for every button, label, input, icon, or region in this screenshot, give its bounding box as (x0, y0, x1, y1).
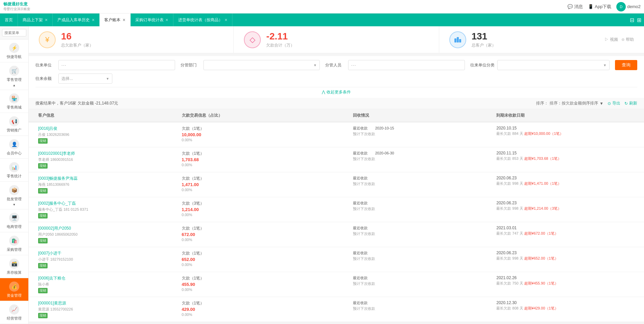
tab-product-listing[interactable]: 商品上下架 × (18, 13, 53, 26)
app-download-btn[interactable]: 📱 App下载 (588, 4, 611, 10)
sidebar-item-batch-mgmt[interactable]: 📦 批发管理 ▼ (0, 182, 28, 209)
filter-partner: 往来单位 ··· (35, 60, 175, 70)
customer-name-link[interactable]: [0016]吕俊 (38, 126, 176, 131)
sidebar-item-retail-stats[interactable]: 📊 零售统计 (0, 159, 28, 182)
tab-close-icon[interactable]: × (45, 18, 48, 22)
tab-inventory-history[interactable]: 产成品入库单历史 × (53, 13, 100, 26)
refresh-button[interactable]: ↻ 刷新 (624, 100, 637, 106)
customer-phone: 黄思源 13552700226 (38, 307, 176, 312)
recent-collect: 最近收款 2020-06-30 (353, 151, 491, 156)
filter-partner-label: 往来单位 (35, 62, 56, 68)
tab-close-icon[interactable]: × (225, 18, 227, 22)
search-input[interactable] (2, 29, 26, 36)
overdue-link[interactable]: 超期¥429.00（1笔） (524, 306, 558, 310)
tab-purchase-stats[interactable]: 采购订单统计表 × (131, 13, 173, 26)
customer-name-link[interactable]: [0003]畅捷服务尹海蕊 (38, 176, 176, 181)
overdue-link[interactable]: 超期¥1,703.68（1笔） (524, 156, 561, 160)
overdue-info: 最长欠款 998 天 超期¥1,471.00（1笔） (496, 181, 635, 186)
customer-phone: 李老师 18600391516 (38, 157, 176, 162)
sidebar-item-marketing[interactable]: 📢 营销推广 (0, 113, 28, 136)
customer-name-link[interactable]: [0007]小进千 (38, 251, 176, 256)
collapse-filters-btn[interactable]: ⋀ 收起更多条件 (35, 87, 637, 98)
filter-category-input[interactable]: ▼ (497, 60, 610, 70)
maximize-icon[interactable]: ⊞ (637, 17, 641, 23)
next-collect: 预计下次收款 (353, 181, 491, 186)
overdue-link[interactable]: 超期¥10,000.00（1笔） (524, 131, 563, 136)
sidebar-item-purchase[interactable]: 🛍️ 采购管理 (0, 232, 28, 255)
sort-dropdown[interactable]: 排序： 排序：按欠款金额倒序排序 ▼ (536, 100, 604, 106)
collection-cell: 最近收款 预计下次收款 (350, 275, 494, 286)
due-date: 2020.06.23 (496, 251, 635, 255)
customer-name-link[interactable]: [000002]用户2050 (38, 226, 176, 231)
tab-customer-account[interactable]: 客户账本 × (100, 13, 130, 26)
tab-close-icon[interactable]: × (166, 18, 168, 22)
debt-customers-number: 16 (61, 31, 93, 42)
debt-amount[interactable]: 10,000.00 (182, 132, 347, 137)
debt-amount[interactable]: 672.00 (182, 232, 347, 237)
sidebar-item-operation[interactable]: 📈 经营管理 (0, 301, 28, 324)
tab-home[interactable]: 首页 (0, 13, 18, 26)
search-button[interactable]: 查询 (615, 60, 637, 70)
svg-rect-2 (459, 39, 461, 42)
sidebar-marketing-label: 营销推广 (7, 128, 22, 133)
customer-info-cell: [0001020001]李老师 李老师 18600391516 现销 (35, 151, 179, 169)
tab-close-icon[interactable]: × (92, 18, 94, 22)
member-icon: 👤 (9, 139, 19, 149)
customer-name-link[interactable]: [0002]服务中心_丁磊 (38, 201, 176, 206)
overdue-link[interactable]: 超期¥1,214.00（3笔） (524, 206, 561, 210)
overdue-link[interactable]: 超期¥672.00（1笔） (524, 231, 558, 235)
minimize-icon[interactable]: ⊟ (630, 17, 634, 23)
overdue-link[interactable]: 超期¥652.00（1笔） (524, 256, 558, 260)
filter-person-input[interactable]: ··· (348, 60, 465, 70)
app-icon: 📱 (588, 4, 593, 9)
collection-cell: 最近收款 预计下次收款 (350, 176, 494, 186)
debt-ratio: 0.00% (182, 238, 347, 242)
total-debt-number: -2.11 (266, 31, 295, 42)
debt-amount[interactable]: 1,703.68 (182, 157, 347, 162)
message-btn[interactable]: 💬 消息 (567, 4, 583, 10)
help-btn[interactable]: ⊙ 帮助 (621, 37, 634, 42)
chevron-down-icon: ▼ (13, 203, 16, 206)
sidebar-item-quick-nav[interactable]: ⚡ 快捷导航 (0, 39, 28, 62)
customer-name-link[interactable]: [0006]去下粮仓 (38, 275, 176, 281)
user-menu[interactable]: D demo2 (616, 2, 641, 11)
sidebar-item-member[interactable]: 👤 会员中心 (0, 136, 28, 159)
sidebar-item-ecommerce[interactable]: 🖥️ 电商管理 (0, 209, 28, 232)
debt-ratio: 0.00% (182, 313, 347, 317)
customer-info-cell: [0003]畅捷服务尹海蕊 海燕 18513066976 现销 (35, 176, 179, 194)
debt-amount[interactable]: 1,214.00 (182, 207, 347, 212)
chevron-down-icon: ▼ (603, 63, 607, 67)
table-row: [0001020001]李老师 李老师 18600391516 现销 欠款（1笔… (29, 147, 644, 172)
overdue-link[interactable]: 超期¥1,471.00（1笔） (524, 181, 561, 185)
message-icon: 💬 (567, 4, 573, 9)
total-debt-label: 欠款合计（万） (266, 42, 295, 48)
debt-count: 欠款（1笔） (182, 126, 347, 131)
filter-partner-input[interactable]: ··· (58, 60, 175, 70)
sidebar-item-inventory[interactable]: 🗃️ 库存核算 (0, 255, 28, 278)
sidebar-item-retail-mall[interactable]: 🏪 零售商城 (0, 90, 28, 113)
tab-stock-stats[interactable]: 进货单统计表（按商品） × (173, 13, 232, 26)
due-date-cell: 2020.06.23 最长欠款 998 天 超期¥652.00（1笔） (494, 251, 637, 262)
debt-amount[interactable]: 1,471.00 (182, 182, 347, 187)
overdue-link[interactable]: 超期¥455.90（1笔） (524, 281, 558, 285)
sidebar-item-retail-mgmt[interactable]: 🛒 零售管理 ▲ (0, 62, 28, 90)
debt-ratio: 0.00% (182, 263, 347, 267)
export-button[interactable]: ⊙ 导出 (608, 100, 620, 106)
customer-info-cell: [000001]黄思源 黄思源 13552700226 现销 (35, 300, 179, 318)
tab-close-icon[interactable]: × (122, 18, 125, 22)
debt-amount[interactable]: 429.00 (182, 307, 347, 312)
filter-dept: 分管部门 ▼ (180, 60, 320, 70)
customer-phone: 陈小希 (38, 282, 176, 287)
filter-balance-label: 往来余额 (35, 76, 56, 82)
sort-label: 排序：按欠款金额倒序排序 (550, 100, 598, 106)
customer-name-link[interactable]: [0001020001]李老师 (38, 151, 176, 156)
customer-name-link[interactable]: [000001]黄思源 (38, 300, 176, 306)
stats-row: ¥ 16 总欠款客户（家） ◇ -2.11 欠款合计（万） (29, 26, 644, 53)
filter-balance-select[interactable]: 选择... ▼ (58, 73, 112, 84)
video-btn[interactable]: ▷ 视频 (605, 37, 618, 42)
sidebar-item-finance[interactable]: 💰 资金管理 (0, 278, 28, 301)
debt-amount[interactable]: 455.90 (182, 282, 347, 287)
filter-dept-input[interactable]: ▼ (203, 60, 320, 70)
retail-mall-icon: 🏪 (9, 93, 19, 104)
debt-amount[interactable]: 652.00 (182, 257, 347, 262)
